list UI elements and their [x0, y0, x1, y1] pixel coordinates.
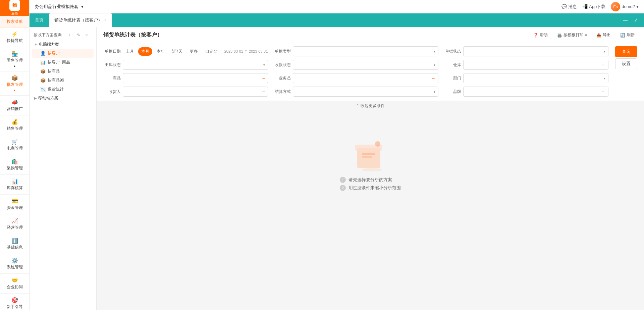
tip-2-num: 2	[340, 185, 346, 191]
scheme-group-desktop-header[interactable]: ▼ 电脑端方案	[32, 40, 94, 49]
message-icon: 💬	[561, 4, 567, 9]
sidebar-item-wholesale[interactable]: 📦 批发管理 ▴	[0, 71, 29, 96]
by-goods-99-icon: 📦	[40, 78, 46, 83]
search-menu[interactable]: 搜索菜单	[0, 16, 29, 28]
scheme-group-desktop: ▼ 电脑端方案 👤 按客户 📊 按客户+商品 📦 按商品 📦 按商品	[30, 40, 96, 94]
date-tab-this-year[interactable]: 本年	[154, 47, 168, 56]
salesman-control[interactable]: ···	[293, 73, 438, 83]
out-status-control[interactable]: ▾	[123, 60, 268, 70]
sidebar-item-enterprise[interactable]: 🤝 企业协同	[0, 274, 29, 294]
dept-control[interactable]: ▾	[463, 73, 608, 83]
scheme-item-return-stats[interactable]: 📉 退货统计	[32, 85, 94, 94]
filter-receiver: 收货人 ···	[103, 87, 268, 97]
sidebar-item-retail[interactable]: 🏪 零售管理 ▴	[0, 47, 29, 71]
scheme-group-mobile: ▶ 移动端方案	[30, 94, 96, 102]
newbie-icon: 🎯	[11, 297, 18, 303]
scheme-edit-btn[interactable]: ✎	[77, 32, 84, 38]
warehouse-label: 仓库	[444, 62, 461, 68]
collapse-bar[interactable]: ⌃ 收起更多条件	[97, 101, 644, 111]
empty-state: 1 请先选择要分析的方案 2 用过滤条件来缩小分析范围	[97, 111, 644, 218]
order-type-control[interactable]: ▾	[293, 46, 438, 56]
filter-settlement: 结算方式 ▾	[273, 87, 438, 97]
scheme-item-by-customer-goods[interactable]: 📊 按客户+商品	[32, 58, 94, 67]
tip-1-num: 1	[340, 177, 346, 183]
date-tab-more[interactable]: 更多	[187, 47, 201, 56]
receiver-control[interactable]: ···	[123, 87, 268, 97]
by-goods-icon: 📦	[40, 69, 46, 74]
query-button[interactable]: 查询	[615, 46, 637, 57]
retail-arrow-icon: ▴	[14, 64, 15, 68]
sidebar-item-inventory[interactable]: 📊 库存核算	[0, 175, 29, 195]
settlement-control[interactable]: ▾	[293, 87, 438, 97]
sidebar-item-purchase[interactable]: 🛍️ 采购管理	[0, 155, 29, 175]
collapse-icon: «	[86, 33, 92, 38]
brand-control[interactable]: ···	[463, 87, 608, 97]
finance-icon: 💳	[11, 198, 18, 204]
sidebar-item-finance[interactable]: 💳 资金管理	[0, 195, 29, 214]
dept-chevron-icon: ▾	[604, 76, 605, 80]
wholesale-arrow-icon: ▴	[14, 88, 15, 92]
message-btn[interactable]: 💬 消息	[561, 4, 577, 10]
help-btn[interactable]: ❓ 帮助	[531, 31, 550, 39]
tab-active[interactable]: 销货单统计表（按客户） ×	[49, 13, 112, 27]
settlement-chevron-icon: ▾	[434, 90, 435, 94]
filter-salesman: 业务员 ···	[273, 73, 438, 83]
app-download-btn[interactable]: 📲 App下载	[582, 4, 605, 10]
scheme-collapse-btn[interactable]: «	[86, 32, 92, 38]
sidebar-item-system[interactable]: ⚙️ 系统管理	[0, 254, 29, 274]
date-tab-custom[interactable]: 自定义	[202, 47, 220, 56]
sidebar-item-marketing[interactable]: 📣 营销推广	[0, 96, 29, 115]
export-btn[interactable]: 📤 导出	[594, 31, 613, 39]
sidebar-item-basic[interactable]: ℹ️ 基础信息	[0, 234, 29, 254]
warehouse-control[interactable]: ···	[463, 60, 608, 70]
collect-status-control[interactable]: ▾	[293, 60, 438, 70]
system-icon: ⚙️	[11, 257, 18, 264]
ecommerce-icon: 🛒	[11, 139, 18, 145]
refresh-btn[interactable]: 🔄 刷新	[618, 31, 637, 39]
scheme-add-btn[interactable]: +	[68, 32, 75, 38]
sales-icon: 💰	[11, 119, 18, 125]
sidebar-item-ecommerce[interactable]: 🛒 电商管理	[0, 135, 29, 155]
scheme-item-by-goods-99[interactable]: 📦 按商品99	[32, 76, 94, 85]
scheme-item-by-goods[interactable]: 📦 按商品	[32, 67, 94, 76]
purchase-icon: 🛍️	[11, 158, 18, 165]
scheme-panel-header: 按以下方案查询 + ✎ «	[30, 30, 96, 40]
user-menu[interactable]: Ea demo2 ▾	[611, 2, 639, 11]
app-logo[interactable]: 畅 标版	[0, 0, 29, 16]
return-stats-icon: 📉	[40, 87, 46, 92]
top-header: 办公用品行业模拟账套 ▾ 💬 消息 📲 App下载 Ea demo2 ▾	[30, 0, 644, 13]
order-type-label: 单据类型	[273, 49, 291, 54]
warehouse-dots-icon: ···	[602, 62, 605, 67]
sidebar-item-newbie[interactable]: 🎯 新手引导	[0, 294, 29, 310]
template-print-btn[interactable]: 🖨️ 按模板打印 ▾	[554, 31, 590, 39]
scheme-item-by-customer[interactable]: 👤 按客户	[32, 49, 94, 58]
inventory-icon: 📊	[11, 178, 18, 185]
date-tab-last-month[interactable]: 上月	[123, 47, 137, 56]
order-status-chevron-icon: ▾	[604, 50, 605, 53]
goods-control[interactable]: ···	[123, 73, 268, 83]
sidebar-item-quick-nav[interactable]: ⚡ 快捷导航	[0, 28, 29, 47]
print-dropdown-icon: ▾	[585, 33, 587, 38]
receiver-label: 收货人	[103, 89, 121, 95]
marketing-icon: 📣	[11, 99, 18, 105]
tab-maximize-btn[interactable]: ⤢	[632, 16, 640, 24]
date-tabs: 上月 本月 本年	[123, 47, 220, 56]
settings-button[interactable]: 设置	[615, 58, 637, 69]
sidebar-item-sales[interactable]: 💰 销售管理	[0, 115, 29, 135]
expand-icon: ▼	[34, 43, 38, 46]
tab-minimize-btn[interactable]: —	[621, 16, 629, 24]
sidebar-item-operation[interactable]: 📈 经营管理	[0, 214, 29, 234]
order-status-control[interactable]: ▾	[463, 46, 608, 56]
app-download-icon: 📲	[582, 4, 588, 9]
edit-icon: ✎	[77, 33, 84, 38]
date-tab-last-7days[interactable]: 近7天	[169, 47, 185, 56]
filter-dept: 部门 ▾	[444, 73, 608, 83]
scheme-group-mobile-header[interactable]: ▶ 移动端方案	[32, 94, 94, 102]
date-tab-this-month[interactable]: 本月	[138, 47, 152, 56]
svg-point-5	[362, 168, 382, 171]
tab-close-btn[interactable]: ×	[104, 18, 107, 22]
tab-home[interactable]: 首页	[30, 13, 49, 27]
user-dropdown-icon: ▾	[636, 4, 639, 9]
order-status-label: 单据状态	[444, 49, 461, 54]
print-icon: 🖨️	[557, 33, 562, 38]
